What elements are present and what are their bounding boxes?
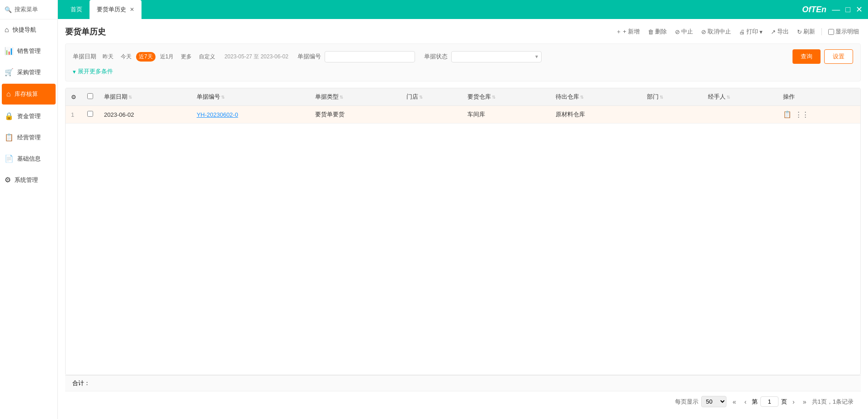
cell-dept xyxy=(642,106,703,124)
export-label: 导出 xyxy=(777,28,789,36)
main-area: 首页 要货单历史 ✕ OfTEn — □ ✕ 要货单历史 ＋ + 新增 🗑 xyxy=(58,0,868,419)
pending-warehouse-sort-icon[interactable]: ⇅ xyxy=(580,95,584,100)
query-button[interactable]: 查询 xyxy=(793,49,821,64)
date-range-display: 2023-05-27 至 2023-06-02 xyxy=(224,53,288,61)
tab-requisition[interactable]: 要货单历史 ✕ xyxy=(90,0,142,19)
sidebar-item-shortcuts[interactable]: ⌂ 快捷导航 xyxy=(0,19,57,40)
sidebar-item-operations[interactable]: 📋 经营管理 xyxy=(0,127,57,148)
bill-no-link[interactable]: YH-20230602-0 xyxy=(197,111,238,118)
bill-status-label: 单据状态 xyxy=(424,52,448,61)
sidebar-item-system[interactable]: ⚙ 系统管理 xyxy=(0,169,57,190)
page-title: 要货单历史 xyxy=(65,26,106,37)
date-btn-more[interactable]: 更多 xyxy=(178,52,194,62)
date-filter: 单据日期 昨天 今天 近7天 近1月 更多 自定义 2023-05-27 至 2… xyxy=(73,52,288,62)
page-number-input[interactable] xyxy=(760,396,778,407)
first-page-btn[interactable]: « xyxy=(730,397,739,406)
total-info: 共1页，1条记录 xyxy=(812,398,854,406)
filter-row: 单据日期 昨天 今天 近7天 近1月 更多 自定义 2023-05-27 至 2… xyxy=(73,49,853,64)
print-icon: 🖨 xyxy=(739,29,745,35)
sidebar-item-basics[interactable]: 📄 基础信息 xyxy=(0,148,57,169)
col-handler: 经手人⇅ xyxy=(703,88,777,106)
sidebar-item-label: 销售管理 xyxy=(17,47,41,55)
cancel-stop-label: 取消中止 xyxy=(708,28,731,36)
stop-icon: ⊘ xyxy=(675,29,680,35)
cell-checkbox[interactable] xyxy=(82,106,99,124)
col-store-label: 门店 xyxy=(406,93,418,100)
col-dept: 部门⇅ xyxy=(642,88,703,106)
data-table: ⚙ 单据日期⇅ 单据编号⇅ 单据类型⇅ 门店⇅ 要货仓库⇅ 待出仓库⇅ 部门⇅ … xyxy=(65,88,861,375)
export-button[interactable]: ↗ 导出 xyxy=(769,28,791,36)
date-btn-1month[interactable]: 近1月 xyxy=(157,52,177,62)
print-dropdown-icon: ▾ xyxy=(760,29,763,35)
per-page-control: 每页显示 50 10 20 100 xyxy=(675,396,726,407)
date-btn-custom[interactable]: 自定义 xyxy=(196,52,218,62)
page-content: 要货单历史 ＋ + 新增 🗑 删除 ⊘ 中止 ⊘ 取消中止 xyxy=(58,19,868,419)
new-button[interactable]: ＋ + 新增 xyxy=(614,28,642,36)
col-bill-no: 单据编号⇅ xyxy=(191,88,310,106)
sidebar-search[interactable]: 🔍 搜索菜单 xyxy=(0,0,57,19)
tab-requisition-label: 要货单历史 xyxy=(97,5,126,14)
stop-button[interactable]: ⊘ 中止 xyxy=(673,28,695,36)
date-btn-yesterday[interactable]: 昨天 xyxy=(100,52,116,62)
refresh-button[interactable]: ↻ 刷新 xyxy=(795,28,817,36)
table-row: 1 2023-06-02 YH-20230602-0 要货单要货 车间库 原材料… xyxy=(66,106,860,124)
tab-home[interactable]: 首页 xyxy=(63,0,90,19)
row-checkbox[interactable] xyxy=(87,111,93,117)
system-icon: ⚙ xyxy=(5,176,11,184)
shortcuts-icon: ⌂ xyxy=(5,26,9,34)
delete-button[interactable]: 🗑 删除 xyxy=(646,28,669,36)
req-warehouse-sort-icon[interactable]: ⇅ xyxy=(492,95,495,100)
sidebar-item-sales[interactable]: 📊 销售管理 xyxy=(0,40,57,62)
sidebar-item-label: 库存核算 xyxy=(14,90,38,98)
bill-no-sort-icon[interactable]: ⇅ xyxy=(221,95,225,100)
next-page-btn[interactable]: › xyxy=(790,397,797,406)
print-button[interactable]: 🖨 打印 ▾ xyxy=(737,28,764,36)
window-maximize-icon[interactable]: □ xyxy=(845,5,850,14)
bill-status-select-wrapper xyxy=(451,51,542,62)
prev-page-btn[interactable]: ‹ xyxy=(741,397,749,406)
bill-status-filter: 单据状态 xyxy=(424,51,542,62)
expand-more-btn[interactable]: ▾ 展开更多条件 xyxy=(73,67,853,76)
display-detail-label: 显示明细 xyxy=(835,28,859,36)
date-btn-7days[interactable]: 近7天 xyxy=(136,52,156,62)
select-all-checkbox[interactable] xyxy=(87,93,93,99)
settings-button[interactable]: 设置 xyxy=(824,49,853,64)
basics-icon: 📄 xyxy=(5,154,14,163)
bill-status-select[interactable] xyxy=(451,51,542,62)
col-date-label: 单据日期 xyxy=(104,93,127,100)
cancel-stop-button[interactable]: ⊘ 取消中止 xyxy=(699,28,733,36)
cell-req-warehouse: 车间库 xyxy=(462,106,550,124)
table-header: ⚙ 单据日期⇅ 单据编号⇅ 单据类型⇅ 门店⇅ 要货仓库⇅ 待出仓库⇅ 部门⇅ … xyxy=(66,88,860,106)
col-checkbox[interactable] xyxy=(82,88,99,106)
handler-sort-icon[interactable]: ⇅ xyxy=(726,95,730,100)
sidebar-item-purchase[interactable]: 🛒 采购管理 xyxy=(0,62,57,83)
refresh-label: 刷新 xyxy=(803,28,815,36)
finance-icon: 🔒 xyxy=(5,112,14,120)
cancel-stop-icon: ⊘ xyxy=(701,29,706,35)
tab-close-icon[interactable]: ✕ xyxy=(130,6,134,13)
col-handler-label: 经手人 xyxy=(708,93,726,100)
window-close-icon[interactable]: ✕ xyxy=(856,5,863,14)
per-page-select[interactable]: 50 10 20 100 xyxy=(701,396,726,407)
date-sort-icon[interactable]: ⇅ xyxy=(128,95,132,100)
sidebar-item-finance[interactable]: 🔒 资金管理 xyxy=(0,105,57,127)
view-action-icon[interactable]: 📋 xyxy=(783,110,792,119)
bill-type-sort-icon[interactable]: ⇅ xyxy=(340,95,343,100)
purchase-icon: 🛒 xyxy=(5,68,14,76)
sidebar-item-inventory[interactable]: ⌂ 库存核算 xyxy=(2,84,56,105)
col-pending-warehouse-label: 待出仓库 xyxy=(556,93,579,100)
pagination-bar: 每页显示 50 10 20 100 « ‹ 第 页 › » 共1页，1条记录 xyxy=(65,391,861,412)
display-detail-input[interactable] xyxy=(828,29,834,35)
store-sort-icon[interactable]: ⇅ xyxy=(419,95,423,100)
col-settings[interactable]: ⚙ xyxy=(66,88,82,106)
edit-action-icon[interactable]: ⋮⋮ xyxy=(795,110,809,119)
window-minimize-icon[interactable]: — xyxy=(832,5,840,14)
last-page-btn[interactable]: » xyxy=(800,397,809,406)
bill-no-input[interactable] xyxy=(325,51,415,62)
date-btn-today[interactable]: 今天 xyxy=(118,52,134,62)
inventory-icon: ⌂ xyxy=(6,90,11,98)
expand-icon: ▾ xyxy=(73,68,76,75)
dept-sort-icon[interactable]: ⇅ xyxy=(660,95,663,100)
footer-total-label: 合计： xyxy=(72,379,90,387)
display-detail-checkbox[interactable]: 显示明细 xyxy=(826,28,861,36)
